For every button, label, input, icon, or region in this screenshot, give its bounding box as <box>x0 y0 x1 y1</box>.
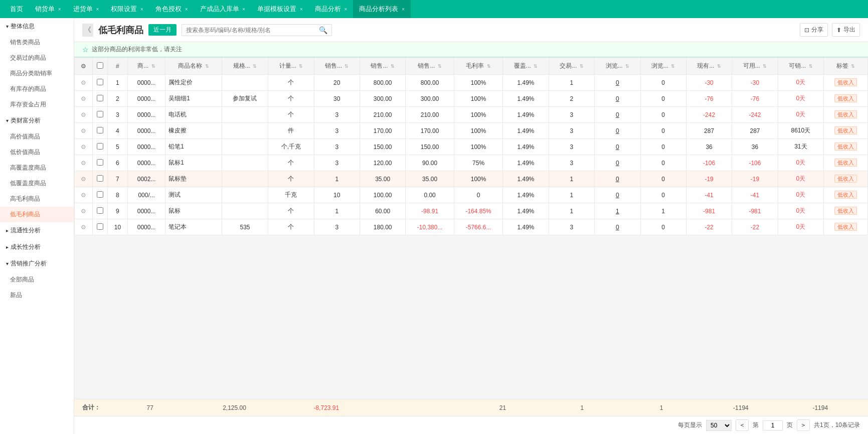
cell-settings[interactable]: ⚙ <box>75 107 93 123</box>
cell-settings[interactable]: ⚙ <box>75 139 93 155</box>
row-checkbox-7[interactable] <box>97 191 103 198</box>
cell-settings[interactable]: ⚙ <box>75 203 93 219</box>
cell-settings[interactable]: ⚙ <box>75 187 93 203</box>
nav-close-permission[interactable]: × <box>139 7 143 12</box>
cell-browse1[interactable]: 0 <box>595 139 640 155</box>
th-available[interactable]: 可用... ⇅ <box>732 58 778 75</box>
sidebar-item-sales-products[interactable]: 销售类商品 <box>0 35 74 50</box>
sidebar-item-low-margin[interactable]: 低毛利商品 <box>0 207 74 222</box>
cell-browse1[interactable]: 0 <box>595 75 640 91</box>
sidebar-item-low-value[interactable]: 低价值商品 <box>0 144 74 160</box>
nav-close-purchase[interactable]: × <box>95 7 99 12</box>
th-sales-price[interactable]: 销售... ⇅ <box>360 58 405 75</box>
search-icon[interactable]: 🔍 <box>319 26 327 34</box>
row-checkbox-4[interactable] <box>97 143 103 150</box>
cell-settings[interactable]: ⚙ <box>75 91 93 107</box>
sidebar-group-overall[interactable]: ▾ 整体信息 <box>0 18 74 35</box>
th-settings[interactable]: ⚙ <box>75 58 93 75</box>
cell-checkbox[interactable] <box>93 123 108 139</box>
sidebar-group-marketing[interactable]: ▾ 营销推广分析 <box>0 255 74 272</box>
th-current-stock[interactable]: 现有... ⇅ <box>686 58 732 75</box>
sidebar-item-traded-products[interactable]: 交易过的商品 <box>0 50 74 66</box>
sidebar-group-liquidity[interactable]: ▸ 流通性分析 <box>0 222 74 239</box>
th-browse1[interactable]: 浏览... ⇅ <box>595 58 640 75</box>
cell-settings[interactable]: ⚙ <box>75 75 93 91</box>
cell-browse1[interactable]: 0 <box>595 91 640 107</box>
cell-browse1[interactable]: 0 <box>595 219 640 235</box>
nav-role[interactable]: 角色授权 × <box>149 0 194 18</box>
th-checkbox[interactable] <box>93 58 108 75</box>
cell-settings[interactable]: ⚙ <box>75 171 93 187</box>
th-gross-margin[interactable]: 毛利率 ⇅ <box>454 58 503 75</box>
nav-product-analysis[interactable]: 商品分析 × <box>309 0 354 18</box>
nav-product-analysis-list[interactable]: 商品分析列表 × <box>353 0 411 18</box>
row-checkbox-8[interactable] <box>97 207 103 214</box>
export-button[interactable]: ⬆ 导出 <box>832 23 860 37</box>
nav-home[interactable]: 首页 <box>4 0 29 18</box>
th-sellable[interactable]: 可销... ⇅ <box>778 58 823 75</box>
cell-settings[interactable]: ⚙ <box>75 155 93 171</box>
sidebar-item-all-products[interactable]: 全部商品 <box>0 272 74 287</box>
sidebar-item-high-coverage[interactable]: 高覆盖度商品 <box>0 160 74 176</box>
th-spec[interactable]: 规格... ⇅ <box>222 58 268 75</box>
row-checkbox-6[interactable] <box>97 175 103 182</box>
row-checkbox-5[interactable] <box>97 159 103 166</box>
cell-checkbox[interactable] <box>93 219 108 235</box>
per-page-select[interactable]: 50 100 200 <box>706 420 732 431</box>
cell-checkbox[interactable] <box>93 139 108 155</box>
nav-permission[interactable]: 权限设置 × <box>105 0 149 18</box>
cell-checkbox[interactable] <box>93 155 108 171</box>
cell-browse1[interactable]: 0 <box>595 107 640 123</box>
row-checkbox-1[interactable] <box>97 95 103 101</box>
th-tag[interactable]: 标签 ⇅ <box>824 58 868 75</box>
nav-product-inbound[interactable]: 产成品入库单 × <box>194 0 252 18</box>
cell-browse1[interactable]: 0 <box>595 187 640 203</box>
sidebar-item-category-rate[interactable]: 商品分类助销率 <box>0 66 74 81</box>
sidebar-item-high-value[interactable]: 高价值商品 <box>0 129 74 144</box>
row-checkbox-2[interactable] <box>97 111 103 117</box>
sidebar-item-capital[interactable]: 库存资金占用 <box>0 97 74 112</box>
cell-checkbox[interactable] <box>93 75 108 91</box>
cell-browse1[interactable]: 0 <box>595 123 640 139</box>
sidebar-collapse-button[interactable]: 《 <box>82 24 93 37</box>
th-name[interactable]: 商品名称 ⇅ <box>165 58 222 75</box>
th-code[interactable]: 商... ⇅ <box>127 58 165 75</box>
nav-close-role[interactable]: × <box>184 7 188 12</box>
sidebar-item-stock-products[interactable]: 有库存的商品 <box>0 81 74 97</box>
prev-page-button[interactable]: ＜ <box>736 419 749 431</box>
cell-settings[interactable]: ⚙ <box>75 219 93 235</box>
nav-close-product-inbound[interactable]: × <box>241 7 246 12</box>
th-coverage[interactable]: 覆盖... ⇅ <box>503 58 549 75</box>
sidebar-item-low-coverage[interactable]: 低覆盖度商品 <box>0 176 74 191</box>
nav-close-sales[interactable]: × <box>57 7 61 12</box>
cell-checkbox[interactable] <box>93 187 108 203</box>
sidebar-group-growth[interactable]: ▸ 成长性分析 <box>0 239 74 255</box>
cell-checkbox[interactable] <box>93 107 108 123</box>
th-transactions[interactable]: 交易... ⇅ <box>549 58 594 75</box>
nav-sales[interactable]: 销货单 × <box>29 0 67 18</box>
nav-close-product-analysis[interactable]: × <box>343 7 348 12</box>
sidebar-group-wealth[interactable]: ▾ 类财富分析 <box>0 112 74 129</box>
nav-close-template[interactable]: × <box>298 7 303 12</box>
row-checkbox-9[interactable] <box>97 223 103 230</box>
nav-close-product-analysis-list[interactable]: × <box>400 7 405 12</box>
cell-checkbox[interactable] <box>93 171 108 187</box>
sidebar-item-high-margin[interactable]: 高毛利商品 <box>0 191 74 207</box>
th-browse2[interactable]: 浏览... ⇅ <box>640 58 686 75</box>
th-unit[interactable]: 计量... ⇅ <box>268 58 314 75</box>
th-sales-qty[interactable]: 销售... ⇅ <box>314 58 360 75</box>
cell-checkbox[interactable] <box>93 91 108 107</box>
nav-purchase[interactable]: 进货单 × <box>67 0 105 18</box>
nav-template[interactable]: 单据模板设置 × <box>251 0 309 18</box>
search-input[interactable] <box>186 27 319 34</box>
cell-checkbox[interactable] <box>93 203 108 219</box>
row-checkbox-0[interactable] <box>97 79 103 85</box>
cell-browse1[interactable]: 0 <box>595 171 640 187</box>
page-number-input[interactable] <box>763 420 783 430</box>
select-all-checkbox[interactable] <box>97 62 103 69</box>
th-sales-amount[interactable]: 销售... ⇅ <box>406 58 454 75</box>
cell-browse1[interactable]: 0 <box>595 155 640 171</box>
row-checkbox-3[interactable] <box>97 127 103 133</box>
date-filter-button[interactable]: 近一月 <box>148 24 177 36</box>
next-page-button[interactable]: ＞ <box>797 419 810 431</box>
